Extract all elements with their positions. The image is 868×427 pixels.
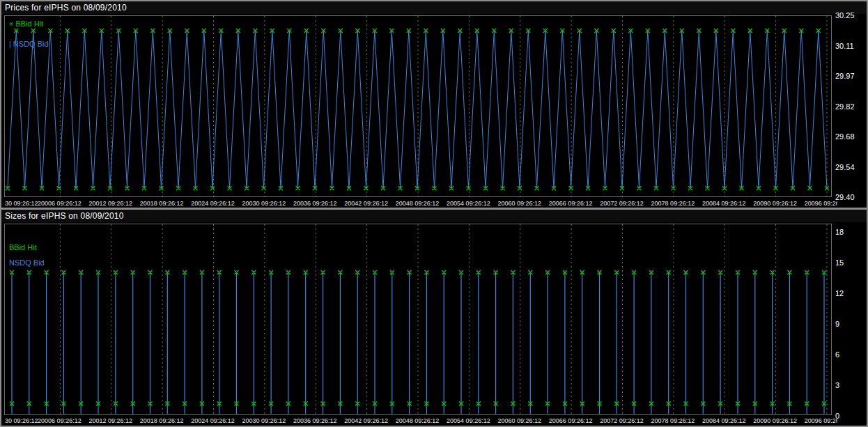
sizes-y-axis: 1815129630: [835, 228, 867, 420]
x-tick-label: 20090 09:26:12: [753, 200, 797, 207]
y-tick-label: 29.97: [835, 72, 867, 80]
y-tick-label: 18: [835, 228, 867, 236]
sizes-panel: Sizes for eIPHS on 08/09/2010 BBid HitNS…: [1, 210, 867, 426]
x-tick-label: 20048 09:26:12: [396, 417, 440, 424]
x-tick-label: 20024 09:26:12: [191, 200, 235, 207]
x-tick-label: 20078 09:26:12: [651, 200, 695, 207]
prices-y-axis: 30.2530.1129.9729.8229.6829.5429.40: [835, 11, 867, 201]
x-tick-label: 20084 09:26:12: [702, 417, 746, 424]
y-tick-label: 15: [835, 258, 867, 267]
legend-marker-icon: |: [9, 39, 11, 49]
legend-nsdq-bid: NSDQ Bid: [9, 258, 45, 268]
trading-chart-window: Prices for eIPHS on 08/09/2010 ×BBid Hit…: [0, 0, 868, 427]
x-tick-label: 20024 09:26:12: [191, 417, 235, 424]
x-tick-label: 20012 09:26:12: [88, 200, 132, 207]
legend-marker-icon: ×: [9, 19, 13, 29]
x-tick-label: 30 09:26:12: [5, 417, 38, 424]
y-tick-label: 30.11: [835, 42, 867, 50]
x-tick-label: 20084 09:26:12: [702, 200, 746, 207]
prices-plot-area[interactable]: ×BBid Hit|NSDQ Bid: [4, 15, 832, 197]
x-tick-label: 20030 09:26:12: [242, 200, 286, 207]
bbid-hit-markers: [6, 29, 829, 190]
x-tick-label: 20096 09:26:12: [805, 417, 837, 424]
y-tick-label: 29.82: [835, 102, 867, 111]
y-tick-label: 12: [835, 289, 867, 297]
x-tick-label: 20072 09:26:12: [600, 417, 644, 424]
y-tick-label: 3: [835, 381, 867, 389]
nsdq-bid-line-series: [8, 31, 827, 188]
legend-bbid-hit: BBid Hit: [9, 242, 45, 253]
x-tick-label: 20066 09:26:12: [549, 200, 593, 207]
sizes-x-axis: 30 09:26:1220006 09:26:1220012 09:26:122…: [4, 416, 837, 426]
x-tick-label: 20006 09:26:12: [38, 200, 82, 207]
prices-x-axis: 30 09:26:1220006 09:26:1220012 09:26:122…: [4, 199, 837, 208]
sizes-legend: BBid HitNSDQ Bid: [9, 242, 45, 273]
x-tick-label: 20042 09:26:12: [344, 417, 388, 424]
x-tick-label: 20030 09:26:12: [242, 417, 286, 424]
y-tick-label: 29.54: [835, 163, 867, 171]
x-tick-label: 20054 09:26:12: [447, 200, 490, 207]
x-tick-label: 20072 09:26:12: [600, 200, 644, 207]
x-tick-label: 20078 09:26:12: [651, 417, 695, 424]
x-tick-label: 20090 09:26:12: [753, 417, 797, 424]
x-tick-label: 20018 09:26:12: [140, 417, 184, 424]
x-tick-label: 20042 09:26:12: [344, 200, 388, 207]
x-tick-label: 20096 09:26:12: [805, 200, 837, 207]
x-tick-label: 20036 09:26:12: [293, 417, 337, 424]
x-tick-label: 20012 09:26:12: [88, 417, 132, 424]
x-tick-label: 30 09:26:12: [5, 200, 38, 207]
y-tick-label: 9: [835, 320, 867, 328]
legend-bbid-hit: ×BBid Hit: [9, 19, 49, 29]
prices-panel: Prices for eIPHS on 08/09/2010 ×BBid Hit…: [1, 1, 867, 208]
x-tick-label: 20048 09:26:12: [396, 200, 440, 207]
y-tick-label: 29.68: [835, 132, 867, 141]
y-tick-label: 6: [835, 350, 867, 359]
x-tick-label: 20018 09:26:12: [140, 200, 184, 207]
sizes-chart-svg: [5, 224, 831, 414]
x-tick-label: 20054 09:26:12: [447, 417, 490, 424]
y-tick-label: 30.25: [835, 11, 867, 20]
sizes-panel-title: Sizes for eIPHS on 08/09/2010: [1, 210, 867, 222]
x-tick-label: 20066 09:26:12: [549, 417, 593, 424]
x-tick-label: 20036 09:26:12: [293, 200, 337, 207]
legend-nsdq-bid: |NSDQ Bid: [9, 39, 49, 49]
x-tick-label: 20060 09:26:12: [497, 417, 541, 424]
x-tick-label: 20006 09:26:12: [38, 417, 82, 424]
y-tick-label: 0: [835, 412, 867, 420]
prices-panel-title: Prices for eIPHS on 08/09/2010: [1, 1, 867, 14]
x-tick-label: 20060 09:26:12: [497, 200, 541, 207]
prices-legend: ×BBid Hit|NSDQ Bid: [9, 19, 49, 59]
prices-chart-svg: [5, 16, 831, 196]
sizes-plot-area[interactable]: BBid HitNSDQ Bid: [4, 224, 832, 415]
y-tick-label: 29.40: [835, 193, 867, 201]
